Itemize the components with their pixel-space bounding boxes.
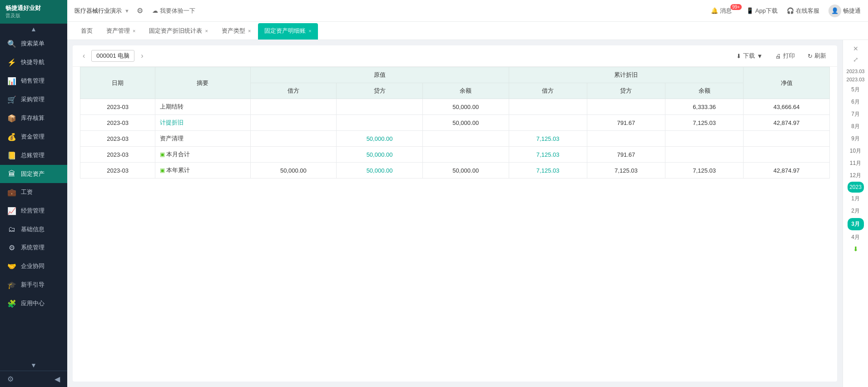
sidebar-item-ops[interactable]: 📈 经营管理 [0, 202, 67, 220]
timeline-month-7[interactable]: 7月 [843, 108, 868, 120]
purchase-icon: 🛒 [7, 95, 16, 104]
th-orig-balance: 余额 [422, 83, 509, 99]
company-selector[interactable]: 医疗器械行业演示 ▼ [74, 7, 129, 15]
timeline-date-1: 2023.03 [847, 67, 865, 75]
th-acc-credit: 贷方 [587, 83, 665, 99]
timeline-month-2[interactable]: 2月 [843, 205, 868, 217]
print-icon: 🖨 [775, 53, 781, 60]
refresh-label: 刷新 [814, 52, 826, 60]
notifications-btn[interactable]: 🔔 消息 99+ [711, 7, 737, 15]
sidebar-item-ledger[interactable]: 📒 总账管理 [0, 146, 67, 165]
app-download-btn[interactable]: 📱 App下载 [746, 7, 778, 15]
sidebar-item-label: 企业协同 [21, 262, 45, 270]
panel-expand-button[interactable]: ⤢ [852, 55, 860, 64]
download-button[interactable]: ⬇ 下载 ▼ [733, 50, 766, 62]
timeline-month-1[interactable]: 1月 [843, 193, 868, 205]
sidebar-scroll-down[interactable]: ▼ [0, 360, 67, 371]
th-net-value: 净值 [744, 67, 830, 99]
tab-asset-type[interactable]: 资产类型 × [215, 23, 257, 40]
refresh-icon: ↻ [808, 53, 813, 60]
sidebar-item-collab[interactable]: 🤝 企业协同 [0, 257, 67, 276]
timeline-month-11[interactable]: 11月 [843, 157, 868, 169]
tab-asset-detail-close-icon[interactable]: × [308, 28, 311, 34]
topbar: 医疗器械行业演示 ▼ ⚙ ☁ 我要体验一下 🔔 消息 99+ 📱 App下载 🎧… [67, 0, 868, 22]
company-caret-icon: ▼ [124, 8, 129, 14]
th-acc-balance: 余额 [665, 83, 744, 99]
print-button[interactable]: 🖨 打印 [772, 50, 799, 62]
timeline-year-2023[interactable]: 2023 [848, 182, 864, 193]
topbar-right: 🔔 消息 99+ 📱 App下载 🎧 在线客服 👤 畅捷通 [711, 5, 861, 17]
username-label: 畅捷通 [843, 7, 861, 15]
sidebar-item-capital[interactable]: 💰 资金管理 [0, 128, 67, 146]
sidebar-item-label: 基础信息 [21, 225, 45, 233]
timeline-month-8[interactable]: 8月 [843, 120, 868, 133]
tab-asset-type-label: 资产类型 [222, 27, 245, 35]
prev-asset-button[interactable]: ‹ [80, 51, 88, 61]
sidebar-item-label: 快捷导航 [21, 58, 45, 66]
timeline-month-6[interactable]: 6月 [843, 96, 868, 108]
sidebar-item-guide[interactable]: 🎓 新手引导 [0, 276, 67, 294]
timeline-down-icon[interactable]: ⬇ [853, 245, 858, 253]
timeline-month-9[interactable]: 9月 [843, 133, 868, 145]
sidebar-item-search[interactable]: 🔍 搜索菜单 [0, 35, 67, 53]
th-acc-debit: 借方 [509, 83, 587, 99]
ledger-icon: 📒 [7, 151, 16, 160]
timeline-month-10[interactable]: 10月 [843, 145, 868, 157]
tab-asset-mgmt-close-icon[interactable]: × [133, 28, 135, 34]
sidebar-item-inventory[interactable]: 📦 库存核算 [0, 109, 67, 128]
logo-text: 畅捷通好业财 [5, 5, 41, 12]
tab-depreciation-stats-close-icon[interactable]: × [205, 28, 208, 34]
tab-home[interactable]: 首页 [74, 23, 99, 40]
customer-service-btn[interactable]: 🎧 在线客服 [787, 7, 819, 15]
table-container: 日期 摘要 原值 累计折旧 净值 借方 贷方 余额 借方 贷方 余额 [73, 67, 837, 382]
panel-close-button[interactable]: ✕ [852, 44, 860, 54]
sidebar-item-system[interactable]: ⚙ 系统管理 [0, 238, 67, 257]
sidebar-item-label: 工资 [21, 188, 33, 196]
tab-depreciation-stats[interactable]: 固定资产折旧统计表 × [143, 23, 214, 40]
settings-button[interactable]: ⚙ [7, 375, 14, 383]
sidebar-item-label: 新手引导 [21, 281, 45, 289]
sidebar-footer: ⚙ ◀ [0, 371, 67, 387]
tab-asset-mgmt[interactable]: 资产管理 × [100, 23, 142, 40]
gear-icon[interactable]: ⚙ [137, 6, 143, 15]
sidebar-item-quicknav[interactable]: ⚡ 快捷导航 [0, 53, 67, 72]
sidebar-item-apps[interactable]: 🧩 应用中心 [0, 294, 67, 313]
collab-icon: 🤝 [7, 262, 16, 271]
table-row: 2023-03▣本年累计50,000.0050,000.0050,000.007… [80, 163, 830, 179]
salary-icon: 💼 [7, 188, 16, 197]
th-date: 日期 [80, 67, 155, 99]
asset-nav-actions: ⬇ 下载 ▼ 🖨 打印 ↻ 刷新 [733, 50, 830, 62]
th-orig-credit: 贷方 [337, 83, 423, 99]
timeline-panel: ✕ ⤢ 2023.03 2023.03 5月 6月 7月 8月 9月 10月 1… [843, 40, 868, 387]
timeline-month-3[interactable]: 3月 [848, 218, 864, 230]
headset-icon: 🎧 [787, 7, 794, 14]
table-row: 2023-03上期结转50,000.006,333.3643,666.64 [80, 99, 830, 115]
refresh-button[interactable]: ↻ 刷新 [804, 50, 830, 62]
sidebar-item-purchase[interactable]: 🛒 采购管理 [0, 90, 67, 109]
sidebar-scroll-up[interactable]: ▲ [0, 24, 67, 35]
tab-home-label: 首页 [81, 27, 93, 35]
sidebar-item-sales[interactable]: 📊 销售管理 [0, 72, 67, 90]
sidebar-item-label: 库存核算 [21, 114, 45, 122]
experience-btn[interactable]: ☁ 我要体验一下 [152, 7, 195, 15]
page-body: ‹ 000001 电脑 › ⬇ 下载 ▼ 🖨 打印 [73, 45, 837, 382]
sidebar-header: 畅捷通好业财 普及版 [0, 0, 67, 24]
company-name: 医疗器械行业演示 [74, 7, 122, 15]
collapse-button[interactable]: ◀ [55, 375, 60, 383]
sidebar-item-salary[interactable]: 💼 工资 [0, 183, 67, 202]
sidebar-item-label: 资金管理 [21, 133, 45, 141]
user-profile[interactable]: 👤 畅捷通 [828, 5, 861, 17]
sidebar-item-label: 搜索菜单 [21, 40, 45, 48]
sidebar-item-basic[interactable]: 🗂 基础信息 [0, 220, 67, 238]
avatar: 👤 [828, 5, 841, 17]
apps-icon: 🧩 [7, 299, 16, 308]
tab-asset-type-close-icon[interactable]: × [248, 28, 251, 34]
system-icon: ⚙ [7, 243, 16, 252]
sidebar-item-fixedasset[interactable]: 🏛 固定资产 [0, 165, 67, 183]
timeline-month-4[interactable]: 4月 [843, 231, 868, 243]
timeline-month-5[interactable]: 5月 [843, 84, 868, 96]
download-caret-icon: ▼ [757, 53, 763, 60]
timeline-month-12[interactable]: 12月 [843, 169, 868, 182]
tab-asset-detail[interactable]: 固定资产明细账 × [258, 23, 317, 40]
next-asset-button[interactable]: › [138, 51, 146, 61]
